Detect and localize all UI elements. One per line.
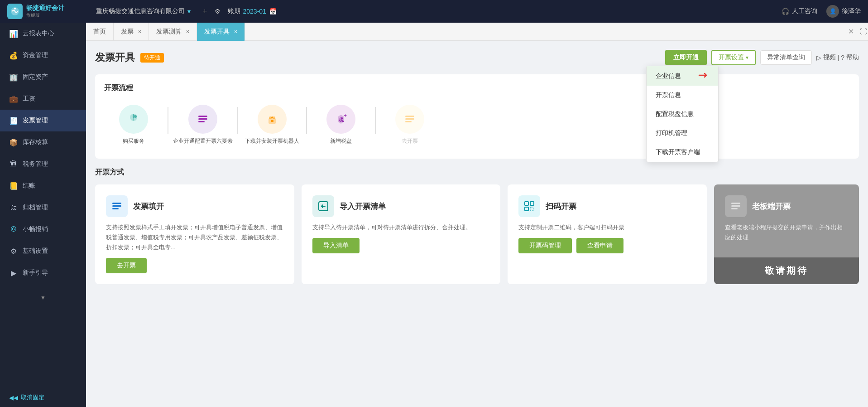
sidebar-item-jiezhang[interactable]: 📒 结账 bbox=[0, 175, 86, 197]
method-boss-icon bbox=[725, 195, 747, 217]
dropdown-item-taxdisk[interactable]: 配置税盘信息 bbox=[647, 105, 718, 124]
tab-fapiaokaiqu[interactable]: 发票开具 × bbox=[197, 23, 245, 41]
dropdown-item-printer[interactable]: 打印机管理 bbox=[647, 124, 718, 143]
calendar-icon[interactable]: 📅 bbox=[269, 8, 277, 15]
sidebar-label-fapiao: 发票管理 bbox=[23, 116, 48, 125]
sidebar-item-shuiwu[interactable]: 🏛 税务管理 bbox=[0, 153, 86, 175]
svg-rect-18 bbox=[405, 121, 412, 122]
company-name: 重庆畅捷交通信息咨询有限公司 bbox=[96, 7, 185, 15]
video-help-btn[interactable]: ▷ 视频 | ? 帮助 bbox=[816, 53, 859, 62]
tab-fapiao[interactable]: 发票 × bbox=[114, 23, 149, 41]
page-content: 发票开具 待开通 立即开通 开票设置 ▾ 异常清单查询 ▷ 视频 | bbox=[86, 41, 868, 407]
avatar: 👤 bbox=[826, 5, 839, 18]
method-card-import: 导入开票清单 支持导入待开票清单，可对待开票清单进行拆分、合并处理。 导入清单 bbox=[302, 184, 501, 284]
sidebar-item-xiaochang[interactable]: © 小畅报销 bbox=[0, 218, 86, 240]
sidebar-item-fapiao[interactable]: 🧾 发票管理 bbox=[0, 110, 86, 131]
process-label-5: 去开票 bbox=[402, 137, 418, 145]
sidebar-item-zijin[interactable]: 💰 资金管理 bbox=[0, 44, 86, 66]
method-fill-desc: 支持按照发票样式手工填开发票；可开具增值税电子普通发票、增值税普通发票、增值税专… bbox=[106, 223, 283, 252]
sidebar-label-kucun: 库存核算 bbox=[23, 138, 48, 146]
chevron-down-icon: ▾ bbox=[187, 8, 191, 15]
dropdown-item-download[interactable]: 下载开票客户端 bbox=[647, 143, 718, 162]
process-label-2: 企业开通配置开票六要素 bbox=[173, 137, 233, 145]
sidebar-label-gongzi: 工资 bbox=[23, 95, 35, 103]
methods-section-title: 开票方式 bbox=[95, 168, 859, 177]
method-import-title: 导入开票清单 bbox=[340, 201, 386, 212]
top-right: 🎧 人工咨询 👤 徐泽华 bbox=[782, 5, 861, 18]
process-icon-1: + bbox=[119, 105, 148, 134]
tab-home[interactable]: 首页 bbox=[86, 23, 114, 41]
tab-fapiaocesuan-label: 发票测算 bbox=[156, 28, 182, 36]
tab-fapiao-label: 发票 bbox=[121, 28, 134, 36]
process-label-4: 新增税盘 bbox=[330, 137, 352, 145]
taxdisk-config-label: 配置税盘信息 bbox=[656, 110, 694, 118]
yunbao-icon: 📊 bbox=[9, 29, 18, 38]
process-flow: + 购买服务 bbox=[104, 100, 850, 150]
sidebar-item-yunbao[interactable]: 📊 云报表中心 bbox=[0, 23, 86, 44]
sidebar: 📊 云报表中心 💰 资金管理 🏢 固定资产 💼 工资 🧾 发票管理 📦 bbox=[0, 23, 86, 407]
method-scan-btn1[interactable]: 开票码管理 bbox=[518, 238, 572, 253]
invoice-settings-btn[interactable]: 开票设置 ▾ bbox=[711, 50, 756, 65]
process-icon-2 bbox=[188, 105, 217, 134]
methods-grid: 发票填开 支持按照发票样式手工填开发票；可开具增值税电子普通发票、增值税普通发票… bbox=[95, 184, 859, 284]
svg-rect-5 bbox=[198, 116, 207, 117]
sidebar-cancel-fix-btn[interactable]: ◀◀ 取消固定 bbox=[0, 388, 86, 407]
method-fill-header: 发票填开 bbox=[106, 195, 283, 217]
headset-icon: 🎧 bbox=[782, 8, 789, 15]
svg-rect-25 bbox=[525, 207, 528, 211]
method-fill-icon bbox=[106, 195, 128, 217]
play-icon: ▷ bbox=[816, 54, 821, 61]
sidebar-label-xiaochang: 小畅报销 bbox=[23, 225, 48, 233]
method-boss-desc: 查看老板端小程序提交的开票申请，并作出相应的处理 bbox=[725, 223, 848, 242]
status-badge: 待开通 bbox=[140, 53, 164, 63]
sidebar-item-jichushezhi[interactable]: ⚙ 基础设置 bbox=[0, 240, 86, 262]
sidebar-item-gudingzichan[interactable]: 🏢 固定资产 bbox=[0, 66, 86, 88]
method-import-btn[interactable]: 导入清单 bbox=[312, 238, 360, 253]
settings-btn[interactable]: ⚙ bbox=[215, 8, 221, 15]
video-label: 视频 bbox=[823, 53, 836, 62]
close-window-btn[interactable]: ✕ bbox=[846, 27, 855, 36]
tab-fapiaokaiqu-close[interactable]: × bbox=[234, 29, 237, 35]
user-icon: 👤 bbox=[830, 8, 836, 15]
svg-rect-27 bbox=[731, 203, 740, 204]
svg-point-12 bbox=[271, 116, 273, 118]
sidebar-label-jiezhang: 结账 bbox=[23, 182, 35, 190]
dropdown-item-invoice-info[interactable]: 开票信息 bbox=[647, 86, 718, 105]
tab-fapiaocesuan[interactable]: 发票测算 × bbox=[149, 23, 197, 41]
svg-rect-28 bbox=[731, 205, 740, 207]
svg-point-9 bbox=[269, 116, 272, 119]
maximize-window-btn[interactable]: ⛶ bbox=[859, 27, 868, 36]
tab-fapiaocesuan-close[interactable]: × bbox=[186, 29, 189, 35]
sidebar-item-xinshou[interactable]: ▶ 新手引导 bbox=[0, 262, 86, 284]
method-scan-btn2[interactable]: 查看申请 bbox=[576, 238, 623, 253]
abnormal-query-btn[interactable]: 异常清单查询 bbox=[760, 50, 812, 65]
logo-title: 畅捷通好会计 bbox=[26, 4, 64, 12]
sidebar-item-gongzi[interactable]: 💼 工资 bbox=[0, 88, 86, 110]
sidebar-item-kucun[interactable]: 📦 库存核算 bbox=[0, 131, 86, 153]
kucun-icon: 📦 bbox=[9, 138, 18, 147]
method-import-desc: 支持导入待开票清单，可对待开票清单进行拆分、合并处理。 bbox=[312, 223, 490, 233]
process-icon-3 bbox=[258, 105, 287, 134]
method-fill-btn[interactable]: 去开票 bbox=[106, 258, 147, 273]
tab-fapiao-close[interactable]: × bbox=[138, 29, 141, 35]
question-icon: ? bbox=[841, 54, 844, 61]
sidebar-item-guidang[interactable]: 🗂 归档管理 bbox=[0, 197, 86, 218]
consult-btn[interactable]: 🎧 人工咨询 bbox=[782, 7, 817, 15]
dropdown-menu: 企业信息 开票信息 配置税盘信息 打印机管理 bbox=[646, 66, 719, 162]
period-area: 账期 2023-01 📅 bbox=[228, 7, 277, 15]
window-controls: ✕ ⛶ bbox=[846, 27, 868, 36]
consult-label: 人工咨询 bbox=[792, 7, 817, 15]
process-label-1: 购买服务 bbox=[123, 137, 144, 145]
company-selector[interactable]: 重庆畅捷交通信息咨询有限公司 ▾ bbox=[91, 5, 195, 17]
user-btn[interactable]: 👤 徐泽华 bbox=[826, 5, 861, 18]
sidebar-scroll-down[interactable]: ▼ bbox=[0, 293, 86, 303]
jiezhang-icon: 📒 bbox=[9, 181, 18, 190]
dropdown-item-enterprise[interactable]: 企业信息 bbox=[647, 66, 718, 86]
tab-bar: 首页 发票 × 发票测算 × 发票开具 × ✕ ⛶ bbox=[86, 23, 868, 41]
logo-icon bbox=[7, 4, 23, 19]
sidebar-label-yunbao: 云报表中心 bbox=[23, 29, 54, 38]
gudingzichan-icon: 🏢 bbox=[9, 73, 18, 82]
gear-icon: ⚙ bbox=[215, 8, 221, 15]
immediate-open-btn[interactable]: 立即开通 bbox=[665, 50, 707, 65]
sidebar-label-zijin: 资金管理 bbox=[23, 51, 48, 59]
